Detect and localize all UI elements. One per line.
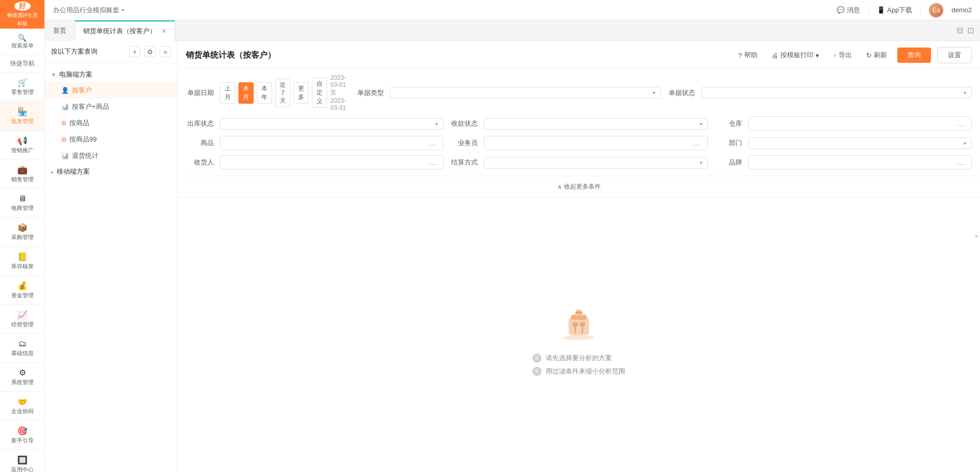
sidebar-item-wholesale[interactable]: 🏪 批发管理 ▾ [0,102,44,131]
retail-label: 零售管理 [11,88,34,96]
header-divider-1 [868,6,869,14]
date-this-month[interactable]: 本月 [238,82,254,104]
date-last-month[interactable]: 上月 [220,82,235,104]
marketing-icon: 📢 [17,136,28,146]
product-dots: ... [429,139,438,147]
sidebar-item-marketing[interactable]: 📢 营销推广 [0,131,44,160]
right-main: 销货单统计表（按客户） ? 帮助 🖨 按模板打印 ▾ ↑ 导出 [178,41,980,472]
tree-mobile-parent[interactable]: ▸ 移动端方案 [45,164,177,179]
print-icon: 🖨 [772,52,778,59]
brand-dots: ... [957,158,966,167]
top-header: 办公用品行业模拟账套 ▾ 💬 消息 📱 App下载 Ea demo2 [45,0,980,20]
settings-scheme-btn[interactable]: ⚙ [144,46,156,57]
date-more[interactable]: 更多 [293,82,309,104]
tab-home[interactable]: 首页 [45,20,75,41]
date-this-year[interactable]: 本年 [257,82,272,104]
help-btn[interactable]: ? 帮助 [734,49,761,62]
tree-item-by-product[interactable]: ⊞ 按商品 [45,115,177,131]
empty-tip-2: ② 用过滤条件来缩小分析范围 [532,367,625,376]
add-scheme-btn[interactable]: + [129,46,140,57]
sidebar-item-inventory[interactable]: 📒 库存核算 [0,247,44,276]
salesperson-select[interactable]: ... [484,136,707,150]
app-download-btn[interactable]: 📱 App下载 [877,6,912,15]
settings-button[interactable]: 设置 [937,47,972,63]
customer-product-icon: 📊 [61,103,69,110]
avatar-text: Ea [933,7,940,14]
tip2-text: 用过滤条件来缩小分析范围 [546,367,625,376]
sidebar-item-finance[interactable]: 💰 资金管理 [0,276,44,305]
sidebar-item-system[interactable]: ⚙ 系统管理 [0,363,44,392]
operations-label: 经营管理 [11,321,34,328]
product-select[interactable]: ... [220,136,444,150]
brand-select[interactable]: ... [748,155,972,170]
account-selector[interactable]: 办公用品行业模拟账套 ▾ [53,6,124,15]
sidebar-item-basics[interactable]: 🗂 基础信息 [0,334,44,363]
sidebar-item-purchase[interactable]: 📦 采购管理 [0,218,44,247]
app-logo: 好 畅捷通好生意 标版 [0,0,44,29]
sidebar-item-sales[interactable]: 💼 销售管理 [0,160,44,189]
receiver-select[interactable]: ... [220,155,444,170]
settle-select[interactable]: ▾ [484,157,707,169]
tab-minimize-icon[interactable]: ⊟ [957,26,963,35]
user-avatar[interactable]: Ea [929,3,943,17]
header-left: 办公用品行业模拟账套 ▾ [53,6,124,15]
tab-sales-stats[interactable]: 销货单统计表（按客户） ✕ [75,20,175,41]
wholesale-label: 批发管理 [11,117,34,125]
collapse-panel-btn[interactable]: « [160,46,171,57]
sidebar-item-newbie[interactable]: 🎯 新手引导 [0,421,44,450]
tab-maximize-icon[interactable]: ⊡ [967,26,974,35]
help-label: 帮助 [744,51,757,60]
tree-item-by-product99[interactable]: ⊞ 按商品99 [45,131,177,148]
date-last7[interactable]: 近7天 [275,79,290,107]
tree-item-by-customer[interactable]: 👤 按客户 [45,82,177,99]
sales-icon: 💼 [17,165,28,175]
account-dropdown-icon: ▾ [121,7,124,13]
tree-item-by-customer-product[interactable]: 📊 按客户+商品 [45,99,177,115]
query-button[interactable]: 查询 [897,48,931,63]
doc-status-arrow: ▾ [964,90,966,96]
shortcut-nav[interactable]: 快捷导航 [0,55,44,73]
app-download-icon: 📱 [877,6,885,14]
retail-icon: 🛒 [17,78,28,87]
print-btn[interactable]: 🖨 按模板打印 ▾ [768,49,823,62]
return-stats-icon: 📊 [61,152,69,159]
tree-item-return-stats[interactable]: 📊 退货统计 [45,148,177,164]
svg-rect-1 [569,317,589,335]
by-product-label: 按商品 [69,119,89,128]
message-btn[interactable]: 💬 消息 [837,6,860,15]
pay-status-select[interactable]: ▾ [484,118,707,130]
search-menu[interactable]: 🔍 搜索菜单 [0,29,44,55]
add-scheme-icon: + [133,48,137,56]
out-status-select[interactable]: ▾ [220,118,444,130]
export-btn[interactable]: ↑ 导出 [829,49,856,62]
print-dropdown-icon: ▾ [816,52,819,59]
message-label: 消息 [847,6,860,15]
warehouse-select[interactable]: ... [748,116,972,131]
newbie-label: 新手引导 [11,437,34,444]
sidebar-item-retail[interactable]: 🛒 零售管理 ▸ [0,73,44,102]
customer-icon: 👤 [61,87,69,94]
date-custom[interactable]: 自定义 [312,78,327,108]
tree-desktop-parent[interactable]: ▼ 电脑端方案 [45,67,177,82]
page-title: 销货单统计表（按客户） [186,50,276,61]
sidebar-item-app-center[interactable]: 🔲 应用中心 [0,450,44,472]
doc-status-select[interactable]: ▾ [701,87,972,99]
sidebar-item-operations[interactable]: 📈 经营管理 [0,305,44,334]
finance-icon: 💰 [17,281,28,291]
sidebar-item-ecommerce[interactable]: 🖥 电商管理 [0,189,44,218]
department-select[interactable]: ▾ [748,137,972,149]
operations-icon: 📈 [17,310,28,320]
doc-type-select[interactable]: ▾ [390,87,660,99]
sidebar-item-enterprise[interactable]: 🤝 企业协同 [0,392,44,421]
ecommerce-label: 电商管理 [11,204,34,212]
main-area: 办公用品行业模拟账套 ▾ 💬 消息 📱 App下载 Ea demo2 首页 [45,0,980,472]
tab-close-icon[interactable]: ✕ [161,28,166,35]
empty-tips: ① 请先选择要分析的方案 ② 用过滤条件来缩小分析范围 [532,353,625,376]
collapse-icon: ∧ [557,183,562,191]
user-name[interactable]: demo2 [951,6,972,14]
collapse-more-btn[interactable]: ∧ 收起更多条件 [549,180,609,193]
page-header: 销货单统计表（按客户） ? 帮助 🖨 按模板打印 ▾ ↑ 导出 [178,41,980,68]
refresh-btn[interactable]: ↻ 刷新 [862,49,891,62]
basics-icon: 🗂 [18,339,27,348]
svg-point-4 [576,312,578,314]
